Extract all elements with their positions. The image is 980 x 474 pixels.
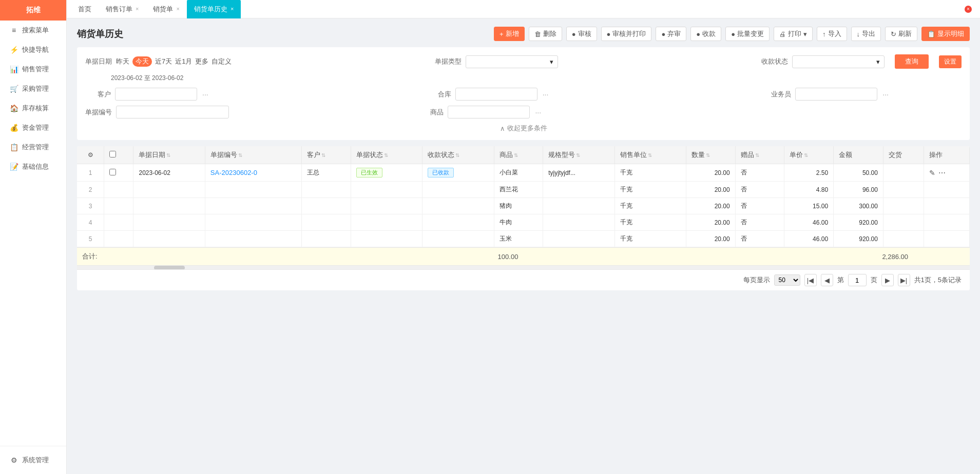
sidebar-item-search-menu[interactable]: ≡ 搜索菜单 xyxy=(0,21,66,40)
sort-doc-status-icon[interactable]: ⇅ xyxy=(384,152,388,158)
tab-sales-goods-close[interactable]: × xyxy=(176,6,179,12)
tab-sales-order[interactable]: 销售订单 × xyxy=(99,0,146,18)
row-doc-date xyxy=(133,198,205,214)
row-price: 15.00 xyxy=(784,198,834,214)
row-check[interactable] xyxy=(104,182,133,198)
page-prev-button[interactable]: ◀ xyxy=(821,274,833,286)
date-more[interactable]: 更多 xyxy=(195,57,208,66)
goods-input[interactable] xyxy=(448,106,530,118)
more-action-button[interactable]: ⋯ xyxy=(938,169,946,177)
row-check[interactable] xyxy=(104,198,133,214)
date-1month[interactable]: 近1月 xyxy=(175,57,192,66)
window-close-button[interactable]: × xyxy=(965,6,972,13)
row-check[interactable] xyxy=(104,164,133,182)
warehouse-input[interactable] xyxy=(455,88,537,101)
tab-sales-history[interactable]: 销货单历史 × xyxy=(187,0,241,18)
th-action: 操作 xyxy=(924,146,969,164)
row-gift: 否 xyxy=(735,182,784,198)
docno-input[interactable] xyxy=(116,106,229,118)
th-gear[interactable]: ⚙ xyxy=(77,146,104,164)
customer-input[interactable] xyxy=(115,88,197,101)
th-spec: 规格型号⇅ xyxy=(543,146,614,164)
tab-bar: 首页 销售订单 × 销货单 × 销货单历史 × × xyxy=(67,0,980,18)
tab-sales-order-close[interactable]: × xyxy=(136,6,139,12)
query-button[interactable]: 查询 xyxy=(895,54,929,69)
row-spec xyxy=(543,182,614,198)
import-button[interactable]: ↑ 导入 xyxy=(817,27,847,41)
row-checkbox[interactable] xyxy=(109,169,116,175)
abandon-button[interactable]: ● 弃审 xyxy=(656,27,686,41)
salesman-input[interactable] xyxy=(795,88,877,101)
th-doc-date: 单据日期⇅ xyxy=(133,146,205,164)
th-check[interactable] xyxy=(104,146,133,164)
edit-action-button[interactable]: ✎ xyxy=(929,169,935,177)
doc-no-link[interactable]: SA-20230602-0 xyxy=(210,169,257,176)
row-check[interactable] xyxy=(104,231,133,247)
date-today[interactable]: 今天 xyxy=(132,56,152,67)
refresh-icon: ↻ xyxy=(891,30,896,38)
row-gift: 否 xyxy=(735,164,784,182)
doc-type-select[interactable]: ▾ xyxy=(466,55,558,68)
export-button[interactable]: ↓ 导出 xyxy=(851,27,881,41)
sort-goods-icon[interactable]: ⇅ xyxy=(514,152,518,158)
sidebar-item-finance[interactable]: 💰 资金管理 xyxy=(0,118,66,137)
sidebar-item-quick-nav[interactable]: ⚡ 快捷导航 xyxy=(0,40,66,60)
tab-sales-history-close[interactable]: × xyxy=(230,6,234,12)
collapse-button[interactable]: ∧ 收起更多条件 xyxy=(85,124,962,133)
show-detail-button[interactable]: 📋 显示明细 xyxy=(921,27,970,41)
sort-gift-icon[interactable]: ⇅ xyxy=(755,152,759,158)
per-page-select[interactable]: 50 20 100 xyxy=(774,274,800,286)
row-check[interactable] xyxy=(104,214,133,231)
page-first-button[interactable]: |◀ xyxy=(804,274,817,286)
data-table-wrap: ⚙ 单据日期⇅ 单据编号⇅ 客户⇅ 单据状态⇅ 收款状态⇅ 商品⇅ 规格型号⇅ … xyxy=(77,146,970,290)
sidebar-item-ops[interactable]: 📋 经营管理 xyxy=(0,137,66,157)
date-7days[interactable]: 近7天 xyxy=(155,57,172,66)
refresh-button[interactable]: ↻ 刷新 xyxy=(885,27,917,41)
goods-ellipsis-button[interactable]: ··· xyxy=(534,108,542,116)
total-row: 合计: 100.00 2,286.00 xyxy=(77,247,970,265)
page-number-input[interactable] xyxy=(848,274,867,286)
row-goods: 猪肉 xyxy=(494,198,543,214)
sort-qty-icon[interactable]: ⇅ xyxy=(706,152,710,158)
select-all-checkbox[interactable] xyxy=(109,151,116,157)
sidebar-item-sales-mgmt[interactable]: 📊 销售管理 xyxy=(0,60,66,79)
sort-spec-icon[interactable]: ⇅ xyxy=(576,152,580,158)
per-page-label: 每页显示 xyxy=(743,275,770,285)
audit-print-button[interactable]: ● 审核并打印 xyxy=(601,27,652,41)
new-button[interactable]: + 新增 xyxy=(494,27,525,41)
tab-home[interactable]: 首页 xyxy=(71,0,99,18)
sort-price-icon[interactable]: ⇅ xyxy=(804,152,808,158)
customer-ellipsis-button[interactable]: ··· xyxy=(201,90,209,98)
doc-type-chevron-icon: ▾ xyxy=(550,58,553,66)
row-goods: 玉米 xyxy=(494,231,543,247)
sidebar-item-sys-mgmt[interactable]: ⚙ 系统管理 xyxy=(0,450,66,470)
sidebar-item-purchase-mgmt[interactable]: 🛒 采购管理 xyxy=(0,79,66,98)
sort-customer-icon[interactable]: ⇅ xyxy=(321,152,325,158)
audit-button[interactable]: ● 审核 xyxy=(566,27,597,41)
row-gift: 否 xyxy=(735,214,784,231)
delete-button[interactable]: 🗑 删除 xyxy=(529,27,562,41)
horizontal-scrollbar[interactable] xyxy=(77,265,970,269)
date-yesterday[interactable]: 昨天 xyxy=(116,57,129,66)
row-customer xyxy=(302,231,351,247)
sort-unit-icon[interactable]: ⇅ xyxy=(648,152,652,158)
batch-change-button[interactable]: ● 批量变更 xyxy=(725,27,770,41)
sidebar-item-base-info[interactable]: 📝 基础信息 xyxy=(0,157,66,176)
date-custom[interactable]: 自定义 xyxy=(212,57,232,66)
sort-collect-status-icon[interactable]: ⇅ xyxy=(455,152,459,158)
sort-doc-no-icon[interactable]: ⇅ xyxy=(238,152,242,158)
th-trade: 交货 xyxy=(883,146,924,164)
print-button[interactable]: 🖨 打印 ▾ xyxy=(774,27,813,41)
sort-doc-date-icon[interactable]: ⇅ xyxy=(166,152,170,158)
collect-status-select[interactable]: ▾ xyxy=(792,55,885,68)
salesman-ellipsis-button[interactable]: ··· xyxy=(881,90,890,98)
warehouse-ellipsis-button[interactable]: ··· xyxy=(542,90,550,98)
settings-button[interactable]: 设置 xyxy=(939,55,962,68)
page-last-button[interactable]: ▶| xyxy=(898,274,910,286)
collect-button[interactable]: ● 收款 xyxy=(690,27,721,41)
page-next-button[interactable]: ▶ xyxy=(881,274,894,286)
tab-sales-goods[interactable]: 销货单 × xyxy=(146,0,186,18)
sidebar-item-inventory[interactable]: 🏠 库存核算 xyxy=(0,98,66,118)
row-collect-status xyxy=(422,182,494,198)
th-spec-label: 规格型号 xyxy=(548,151,575,159)
